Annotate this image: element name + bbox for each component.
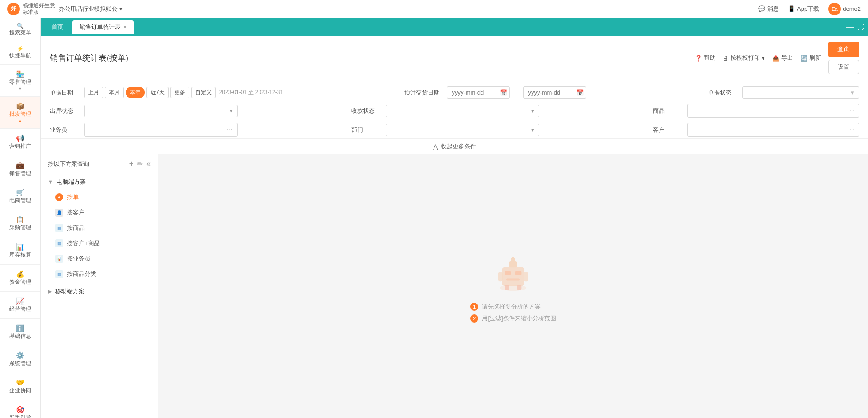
left-panel-title: 按以下方案查询 bbox=[48, 160, 89, 168]
print-chevron-icon: ▾ bbox=[762, 55, 765, 62]
help-icon: ❓ bbox=[695, 55, 702, 62]
collapse-icon: ⋀ bbox=[433, 143, 438, 150]
client-label: 客户 bbox=[653, 126, 680, 134]
sidebar-item-wholesale[interactable]: 📦 批发管理 ▴ bbox=[0, 97, 40, 129]
date-separator: — bbox=[514, 89, 519, 96]
client-more-icon[interactable]: ··· bbox=[848, 126, 854, 134]
date-range-text: 2023-01-01 至 2023-12-31 bbox=[219, 89, 283, 96]
sidebar-item-purchase[interactable]: 📋 采购管理 bbox=[0, 210, 40, 238]
filter-section: 单据日期 上月 本月 本年 近7天 更多 自定义 2023-01-01 至 20… bbox=[41, 80, 868, 154]
main-content: 按以下方案查询 + ✏ « ▼ 电脑端方案 ● bbox=[41, 154, 868, 418]
page-header: 销售订单统计表(按单) ❓ 帮助 🖨 按模板打印 ▾ 📤 导出 🔄 刷新 bbox=[41, 36, 868, 80]
sidebar-item-inventory[interactable]: 📊 库存核算 bbox=[0, 238, 40, 265]
finance-icon: 💰 bbox=[4, 270, 37, 278]
add-scheme-button[interactable]: + bbox=[129, 160, 133, 168]
top-bar: 好 畅捷通好生意 标准版 办公用品行业模拟账套 ▾ 💬 消息 📱 App下载 E… bbox=[0, 0, 868, 18]
app-download-button[interactable]: 📱 App下载 bbox=[788, 5, 819, 13]
export-icon: 📤 bbox=[772, 55, 779, 62]
collapse-panel-button[interactable]: « bbox=[146, 160, 151, 168]
this-year-btn[interactable]: 本年 bbox=[126, 87, 145, 98]
logo-text: 畅捷通好生意 标准版 bbox=[23, 2, 55, 15]
svg-rect-4 bbox=[506, 278, 520, 280]
message-icon: 💬 bbox=[758, 5, 765, 12]
tab-maximize-icon[interactable]: ⛶ bbox=[857, 23, 864, 31]
tip-1-number: 1 bbox=[470, 303, 478, 311]
edit-scheme-button[interactable]: ✏ bbox=[137, 160, 143, 168]
wholesale-icon: 📦 bbox=[4, 102, 37, 110]
svg-point-6 bbox=[511, 257, 515, 261]
svg-rect-5 bbox=[509, 261, 517, 267]
goods-more-icon[interactable]: ··· bbox=[848, 107, 854, 115]
scheme-icon-按业务员: 📊 bbox=[55, 255, 63, 263]
company-select[interactable]: 办公用品行业模拟账套 ▾ bbox=[59, 5, 123, 13]
system-icon: ⚙️ bbox=[4, 352, 37, 360]
filter-row-2: 出库状态 ▾ 收款状态 ▾ 商品 bbox=[50, 104, 859, 118]
sidebar-item-retail[interactable]: 🏪 零售管理 ▾ bbox=[0, 65, 40, 97]
staff-more-icon[interactable]: ··· bbox=[227, 126, 233, 134]
mobile-scheme-header[interactable]: ▶ 移动端方案 bbox=[41, 284, 158, 299]
basic-icon: ℹ️ bbox=[4, 324, 37, 332]
message-button[interactable]: 💬 消息 bbox=[758, 5, 779, 13]
sidebar-item-marketing[interactable]: 📢 营销推广 bbox=[0, 129, 40, 156]
sidebar-item-sales[interactable]: 💼 销售管理 bbox=[0, 156, 40, 183]
main-layout: 🔍 搜索菜单 ⚡ 快捷导航 🏪 零售管理 ▾ 📦 批发管理 ▴ 📢 营销推广 💼… bbox=[0, 18, 868, 418]
search-icon: 🔍 bbox=[4, 23, 37, 29]
app-icon: 📱 bbox=[788, 5, 795, 12]
query-button[interactable]: 查询 bbox=[828, 42, 859, 57]
left-panel-header: 按以下方案查询 + ✏ « bbox=[41, 154, 158, 174]
setting-button[interactable]: 设置 bbox=[828, 60, 859, 74]
date-range-container: 📅 — 📅 bbox=[447, 86, 586, 99]
date-buttons: 上月 本月 本年 近7天 更多 自定义 2023-01-01 至 2023-12… bbox=[84, 87, 283, 98]
status-chevron-icon: ▾ bbox=[851, 89, 854, 96]
sales-icon: 💼 bbox=[4, 162, 37, 170]
expected-date-label: 预计交货日期 bbox=[404, 89, 439, 97]
scheme-item-按业务员[interactable]: 📊 按业务员 bbox=[41, 251, 158, 266]
print-icon: 🖨 bbox=[723, 55, 729, 62]
last7days-btn[interactable]: 近7天 bbox=[146, 87, 169, 98]
more-btn[interactable]: 更多 bbox=[170, 87, 189, 98]
refresh-button[interactable]: 🔄 刷新 bbox=[800, 54, 821, 62]
top-bar-left: 好 畅捷通好生意 标准版 办公用品行业模拟账套 ▾ bbox=[7, 2, 123, 15]
sidebar-item-newuser[interactable]: 🎯 新手引导 bbox=[0, 400, 40, 418]
tab-close-icon[interactable]: × bbox=[123, 24, 127, 30]
empty-state: 1 请先选择要分析的方案 2 用[过滤]条件来缩小分析范围 bbox=[470, 250, 556, 323]
page-title: 销售订单统计表(按单) bbox=[50, 52, 128, 63]
inventory-icon: 📊 bbox=[4, 243, 37, 251]
department-select[interactable]: ▾ bbox=[386, 124, 539, 136]
sidebar-item-operation[interactable]: 📈 经营管理 bbox=[0, 292, 40, 319]
staff-label: 业务员 bbox=[50, 126, 77, 134]
sidebar-item-search[interactable]: 🔍 搜索菜单 bbox=[0, 18, 40, 41]
help-button[interactable]: ❓ 帮助 bbox=[695, 54, 716, 62]
export-button[interactable]: 📤 导出 bbox=[772, 54, 793, 62]
scheme-item-按客户[interactable]: 👤 按客户 bbox=[41, 205, 158, 220]
ship-status-select[interactable]: ▾ bbox=[84, 105, 238, 117]
scheme-item-按客户+商品[interactable]: ▦ 按客户+商品 bbox=[41, 236, 158, 251]
last-month-btn[interactable]: 上月 bbox=[84, 87, 103, 98]
chevron-down-icon: ▼ bbox=[48, 179, 53, 185]
department-chevron-icon: ▾ bbox=[531, 127, 534, 133]
sidebar-item-ecommerce[interactable]: 🛒 电商管理 bbox=[0, 183, 40, 210]
tab-sales-order[interactable]: 销售订单统计表 × bbox=[72, 20, 134, 34]
print-button[interactable]: 🖨 按模板打印 ▾ bbox=[723, 54, 765, 62]
status-select[interactable]: ▾ bbox=[742, 86, 859, 99]
custom-btn[interactable]: 自定义 bbox=[191, 87, 216, 98]
sidebar-item-enterprise[interactable]: 🤝 企业协同 bbox=[0, 373, 40, 400]
receive-status-select[interactable]: ▾ bbox=[386, 105, 539, 117]
user-profile[interactable]: Ea demo2 bbox=[828, 3, 861, 15]
sidebar-item-finance[interactable]: 💰 资金管理 bbox=[0, 265, 40, 292]
this-month-btn[interactable]: 本月 bbox=[105, 87, 124, 98]
sidebar-item-system[interactable]: ⚙️ 系统管理 bbox=[0, 346, 40, 373]
tab-home[interactable]: 首页 bbox=[44, 20, 71, 34]
sidebar-item-basic[interactable]: ℹ️ 基础信息 bbox=[0, 319, 40, 346]
ship-status-label: 出库状态 bbox=[50, 107, 77, 115]
tab-minimize-icon[interactable]: — bbox=[846, 23, 854, 31]
scheme-item-按商品[interactable]: ▦ 按商品 bbox=[41, 220, 158, 236]
calendar-icon-2: 📅 bbox=[576, 89, 584, 96]
sidebar-item-quicknav[interactable]: ⚡ 快捷导航 bbox=[0, 41, 40, 65]
date-label: 单据日期 bbox=[50, 89, 77, 97]
scheme-item-按商品分类[interactable]: ▦ 按商品分类 bbox=[41, 266, 158, 282]
avatar: Ea bbox=[828, 3, 841, 15]
scheme-item-按单[interactable]: ● 按单 bbox=[41, 190, 158, 205]
collapse-button[interactable]: ⋀ 收起更多条件 bbox=[41, 138, 868, 154]
filter-row-1: 单据日期 上月 本月 本年 近7天 更多 自定义 2023-01-01 至 20… bbox=[50, 86, 859, 99]
